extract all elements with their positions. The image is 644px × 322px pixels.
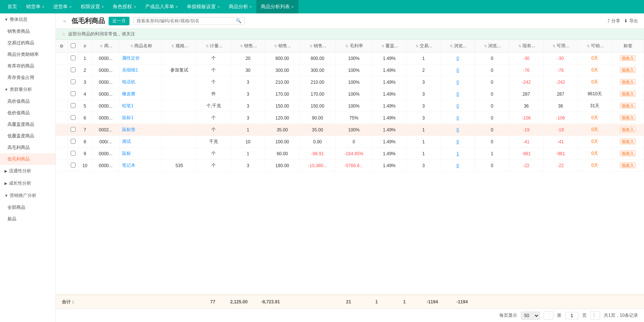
row-name-3[interactable]: 橡皮擦 bbox=[120, 88, 162, 100]
sort-sale2-icon[interactable]: ⇅ bbox=[274, 44, 277, 48]
sort-current-icon[interactable]: ⇅ bbox=[518, 44, 521, 48]
sidebar-collapse-button[interactable]: « bbox=[62, 18, 68, 24]
sort-sale1-icon[interactable]: ⇅ bbox=[240, 44, 243, 48]
close-template-icon[interactable]: × bbox=[217, 4, 220, 9]
row-browse1-1[interactable]: 0 bbox=[440, 64, 475, 76]
search-icon[interactable]: 🔍 bbox=[236, 18, 241, 23]
sidebar-item-category-rate[interactable]: 商品分类助销率 bbox=[0, 49, 55, 60]
sidebar-item-low-coverage[interactable]: 低覆盖度商品 bbox=[0, 130, 55, 142]
row-name-8[interactable]: 鼠标 bbox=[120, 148, 162, 160]
row-checkbox-5[interactable] bbox=[68, 112, 78, 124]
nav-analysis-list[interactable]: 商品分析列表 × bbox=[256, 0, 298, 13]
row-check-0[interactable] bbox=[71, 55, 76, 60]
sidebar-item-high-margin[interactable]: 高毛利商品 bbox=[0, 142, 55, 153]
next-page-button[interactable]: 〉 bbox=[590, 311, 600, 320]
nav-sales-order[interactable]: 销货单 × bbox=[22, 0, 49, 13]
select-all-checkbox[interactable] bbox=[71, 43, 76, 48]
sort-salable-icon[interactable]: ⇅ bbox=[587, 44, 590, 48]
row-name-2[interactable]: 电话机 bbox=[120, 76, 162, 88]
row-checkbox-8[interactable] bbox=[68, 148, 78, 160]
sort-browse1-icon[interactable]: ⇅ bbox=[450, 44, 453, 48]
nav-purchase-order[interactable]: 进货单 × bbox=[49, 0, 76, 13]
row-browse1-0[interactable]: 0 bbox=[440, 52, 475, 64]
close-product-entry-icon[interactable]: × bbox=[176, 4, 178, 9]
nav-template-settings[interactable]: 单据模板设置 × bbox=[182, 0, 224, 13]
row-checkbox-0[interactable] bbox=[68, 52, 78, 64]
row-checkbox-6[interactable] bbox=[68, 124, 78, 136]
row-name-1[interactable]: 吴细细1 bbox=[120, 64, 162, 76]
sort-spec-icon[interactable]: ⇅ bbox=[171, 44, 174, 48]
row-browse1-8[interactable]: 1 bbox=[440, 148, 475, 160]
close-role-auth-icon[interactable]: × bbox=[134, 4, 136, 9]
sidebar-group-growth[interactable]: ▶ 成长性分析 bbox=[0, 177, 55, 189]
row-check-9[interactable] bbox=[71, 163, 76, 168]
sort-sale3-icon[interactable]: ⇅ bbox=[310, 44, 313, 48]
sort-code-icon[interactable]: ⇅ bbox=[100, 44, 103, 48]
nav-home[interactable]: 首页 bbox=[3, 0, 22, 13]
row-name-9[interactable]: 笔记本 bbox=[120, 160, 162, 172]
row-check-5[interactable] bbox=[71, 115, 76, 120]
row-checkbox-4[interactable] bbox=[68, 100, 78, 112]
sidebar-item-traded[interactable]: 交易过的商品 bbox=[0, 37, 55, 49]
row-browse1-7[interactable]: 0 bbox=[440, 136, 475, 148]
sidebar-item-all-products[interactable]: 全部商品 bbox=[0, 202, 55, 213]
close-permission-icon[interactable]: × bbox=[102, 4, 104, 9]
sidebar-item-high-value[interactable]: 高价值商品 bbox=[0, 96, 55, 107]
sidebar-item-new-products[interactable]: 新品 bbox=[0, 213, 55, 225]
row-check-1[interactable] bbox=[71, 67, 76, 72]
sort-coverage-icon[interactable]: ⇅ bbox=[381, 44, 384, 48]
close-sales-order-icon[interactable]: × bbox=[42, 4, 44, 9]
sidebar-item-in-stock[interactable]: 有库存的商品 bbox=[0, 60, 55, 72]
row-checkbox-1[interactable] bbox=[68, 64, 78, 76]
row-checkbox-2[interactable] bbox=[68, 76, 78, 88]
row-check-3[interactable] bbox=[71, 91, 76, 96]
row-browse1-4[interactable]: 0 bbox=[440, 100, 475, 112]
row-name-0[interactable]: 属性定价 bbox=[120, 52, 162, 64]
close-analysis-icon[interactable]: × bbox=[250, 4, 252, 9]
page-size-select[interactable]: 50 20 100 bbox=[521, 312, 540, 320]
nav-permission[interactable]: 权限设置 × bbox=[76, 0, 108, 13]
sort-trade-icon[interactable]: ⇅ bbox=[416, 44, 419, 48]
nav-product-entry[interactable]: 产成品入库单 × bbox=[141, 0, 182, 13]
row-checkbox-3[interactable] bbox=[68, 88, 78, 100]
sort-name-icon[interactable]: ⇅ bbox=[130, 44, 133, 48]
row-check-2[interactable] bbox=[71, 79, 76, 84]
sort-browse2-icon[interactable]: ⇅ bbox=[484, 44, 487, 48]
nav-product-analysis[interactable]: 商品分析 × bbox=[224, 0, 256, 13]
row-checkbox-9[interactable] bbox=[68, 160, 78, 172]
sidebar-group-overall[interactable]: ▼ 整体信息 bbox=[0, 13, 55, 26]
sort-unit-icon[interactable]: ⇅ bbox=[206, 44, 209, 48]
row-checkbox-7[interactable] bbox=[68, 136, 78, 148]
sort-gross-icon[interactable]: ⇅ bbox=[345, 44, 348, 48]
sidebar-group-circulation[interactable]: ▶ 流通性分析 bbox=[0, 165, 55, 177]
row-name-4[interactable]: 铅笔1 bbox=[120, 100, 162, 112]
sidebar-group-marketing[interactable]: ▼ 营销推广分析 bbox=[0, 189, 55, 202]
row-browse1-3[interactable]: 0 bbox=[440, 88, 475, 100]
sort-available-icon[interactable]: ⇅ bbox=[552, 44, 555, 48]
export-button[interactable]: ⬇ 导出 bbox=[624, 18, 638, 24]
sidebar-item-capital[interactable]: 库存资金占用 bbox=[0, 72, 55, 83]
row-browse1-9[interactable]: 0 bbox=[440, 160, 475, 172]
close-purchase-order-icon[interactable]: × bbox=[69, 4, 71, 9]
row-name-6[interactable]: 鼠标垫 bbox=[120, 124, 162, 136]
row-check-8[interactable] bbox=[71, 151, 76, 156]
row-browse1-2[interactable]: 0 bbox=[440, 76, 475, 88]
nav-role-auth[interactable]: 角色授权 × bbox=[108, 0, 140, 13]
row-name-5[interactable]: 鼠标1 bbox=[120, 112, 162, 124]
prev-page-button[interactable]: 〈 bbox=[544, 311, 553, 320]
row-check-6[interactable] bbox=[71, 127, 76, 132]
row-check-4[interactable] bbox=[71, 103, 76, 108]
sidebar-item-sales-category[interactable]: 销售类商品 bbox=[0, 26, 55, 37]
period-button[interactable]: 近一月 bbox=[109, 17, 129, 25]
row-check-7[interactable] bbox=[71, 139, 76, 144]
row-browse1-5[interactable]: 0 bbox=[440, 112, 475, 124]
sidebar-item-low-value[interactable]: 低价值商品 bbox=[0, 107, 55, 119]
page-number-input[interactable] bbox=[565, 312, 579, 319]
row-name-7[interactable]: 测试 bbox=[120, 136, 162, 148]
share-button[interactable]: ⤴ 分享 bbox=[608, 18, 620, 24]
row-browse1-6[interactable]: 0 bbox=[440, 124, 475, 136]
search-input[interactable] bbox=[137, 18, 236, 23]
close-analysis-list-icon[interactable]: × bbox=[291, 4, 294, 9]
col-settings[interactable]: ⚙ bbox=[56, 40, 68, 52]
sidebar-item-high-coverage[interactable]: 高覆盖度商品 bbox=[0, 119, 55, 130]
